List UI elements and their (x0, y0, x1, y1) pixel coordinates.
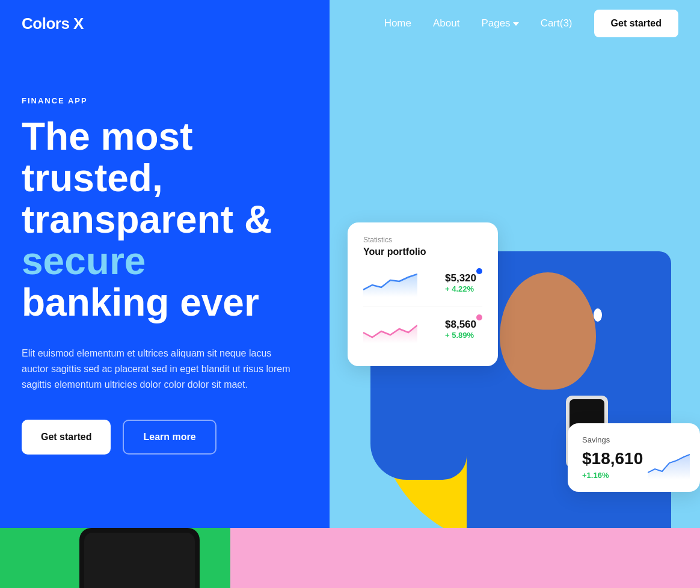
statistics-card: Statistics Your portfolio (348, 222, 498, 366)
hero-title-line3: banking ever (22, 281, 259, 324)
nav-cart[interactable]: Cart(3) (541, 17, 573, 29)
stats-amount-1: $5,320 (445, 272, 476, 284)
stats-chart-blue (363, 268, 417, 297)
phone-bottom-hint (79, 528, 200, 588)
stats-row-1: $5,320 + 4.22% (363, 268, 476, 297)
stats-values-2: $8,560 + 5.89% (445, 319, 476, 340)
nav-links: Home About Pages Cart(3) Get started (384, 10, 678, 37)
hero-left: FINANCE APP The most trusted, transparen… (0, 0, 330, 528)
stats-card-label: Statistics (363, 236, 482, 244)
phone-bottom-screen (84, 533, 195, 588)
stats-row-2: $8,560 + 5.89% (363, 314, 476, 343)
nav-pages[interactable]: Pages (481, 17, 518, 29)
strip-green (0, 528, 230, 588)
brand-logo[interactable]: Colors X (22, 14, 84, 33)
hero-title-line2: transparent & secure (22, 198, 272, 283)
savings-change: +1.16% (582, 471, 643, 480)
strip-pink (230, 528, 700, 588)
nav-about[interactable]: About (433, 17, 459, 29)
hero-tag: FINANCE APP (22, 96, 308, 105)
hero-right: Statistics Your portfolio (330, 0, 700, 528)
savings-card: Savings $18,610 +1.16% (568, 423, 700, 492)
hero-buttons: Get started Learn more (22, 420, 308, 455)
savings-amount: $18,610 (582, 449, 643, 468)
stats-card-title: Your portfolio (363, 247, 482, 257)
learn-more-button[interactable]: Learn more (123, 420, 216, 455)
stats-chart-pink (363, 314, 417, 343)
chevron-down-icon (513, 22, 519, 26)
hero-section: FINANCE APP The most trusted, transparen… (0, 0, 700, 528)
hero-title: The most trusted, transparent & secure b… (22, 116, 308, 324)
airpod (594, 308, 602, 322)
hero-title-line1: The most trusted, (22, 115, 192, 200)
bottom-strip (0, 528, 700, 588)
stats-change-2: + 5.89% (445, 331, 476, 340)
savings-values: $18,610 +1.16% (582, 449, 643, 480)
phone-hint-container (0, 528, 230, 588)
nav-home[interactable]: Home (384, 17, 411, 29)
stats-change-1: + 4.22% (445, 284, 476, 293)
navbar: Colors X Home About Pages Cart(3) Get st… (0, 0, 700, 47)
stats-divider (363, 307, 482, 307)
savings-row: $18,610 +1.16% (582, 449, 686, 480)
nav-cta-button[interactable]: Get started (594, 10, 678, 37)
savings-chart (648, 450, 690, 480)
stats-amount-2: $8,560 (445, 319, 476, 331)
nav-pages-label: Pages (481, 17, 510, 29)
get-started-button[interactable]: Get started (22, 420, 111, 455)
savings-label: Savings (582, 435, 686, 444)
stats-pink-dot (476, 314, 482, 320)
stats-blue-dot (476, 268, 482, 274)
stats-values-1: $5,320 + 4.22% (445, 272, 476, 293)
hero-description: Elit euismod elementum et ultrices aliqu… (22, 346, 298, 393)
